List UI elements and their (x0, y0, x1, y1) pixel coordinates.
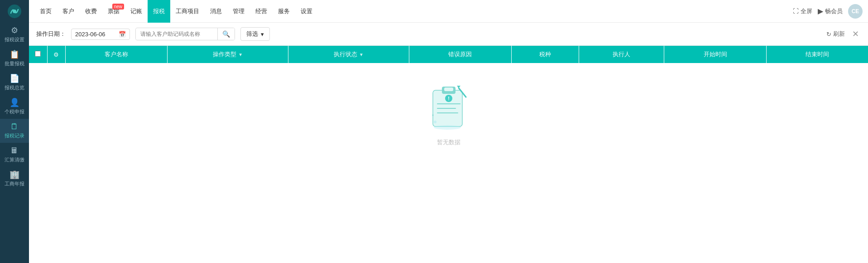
topnav-item-guanli[interactable]: 管理 (227, 0, 250, 23)
sidebar-icon-baoshuijilu: 🗒 (10, 122, 19, 131)
col-header-jieshuishijian: 结束时间 (767, 46, 868, 63)
close-button[interactable]: ✕ (850, 29, 861, 39)
col-label-caozuoleixing: 操作类型▼ (213, 51, 243, 58)
col-header-zhixingzhuangtai: 执行状态▼ (288, 46, 409, 63)
date-picker[interactable]: 📅 (71, 29, 130, 40)
toolbar: 操作日期： 📅 🔍 筛选 ▾ ↻ 刷新 (29, 23, 868, 46)
app-logo[interactable] (0, 0, 29, 23)
topnav-item-piaoju[interactable]: 票据new (102, 0, 125, 23)
sidebar-icon-piliangbaoshui: 📋 (10, 50, 19, 58)
topnav-right: ⛶ 全屏 ▶ 畅会员 CE (793, 4, 863, 19)
topnav-label-baoshui: 报税 (153, 7, 165, 15)
calendar-icon: 📅 (119, 31, 126, 38)
topnav-label-shezhi: 设置 (301, 7, 312, 15)
sidebar-label-gongshangnianbao: 工商年报 (5, 180, 24, 187)
user-initials: CE (852, 8, 859, 15)
sidebar-label-baoshuishezhi: 报税设置 (5, 36, 24, 43)
data-table: ⚙客户名称操作类型▼执行状态▼错误原因税种执行人开始时间结束时间 (29, 46, 868, 165)
topnav-item-shezhi[interactable]: 设置 (295, 0, 318, 23)
topnav-label-fuwu: 服务 (278, 7, 290, 15)
search-wrap: 🔍 (135, 28, 235, 40)
svg-point-12 (434, 121, 436, 123)
col-label-zhixingren: 执行人 (613, 51, 630, 58)
col-label-zhixingzhuangtai: 执行状态▼ (334, 51, 364, 58)
sidebar-label-geshuishenbao: 个税申报 (5, 108, 24, 115)
refresh-icon: ↻ (826, 31, 831, 38)
refresh-button[interactable]: ↻ 刷新 (826, 30, 845, 38)
settings-icon[interactable]: ⚙ (53, 51, 59, 58)
sidebar: ⚙报税设置📋批量报税📄报税总览👤个税申报🗒报税记录🖩汇算清缴🏢工商年报 (0, 0, 29, 263)
topnav-label-xiaoxi: 消息 (210, 7, 222, 15)
col-label-cuowuyuanyin: 错误原因 (448, 51, 472, 58)
svg-rect-4 (444, 88, 453, 91)
select-all-checkbox[interactable] (35, 51, 41, 57)
sidebar-item-baoshuijilu[interactable]: 🗒报税记录 (0, 119, 29, 143)
svg-point-1 (13, 10, 16, 13)
fullscreen-label: 全屏 (801, 7, 812, 15)
member-button[interactable]: ▶ 畅会员 (818, 7, 843, 15)
sidebar-icon-huisuanjiaoshu: 🖩 (10, 146, 19, 155)
search-button[interactable]: 🔍 (217, 28, 235, 40)
topnav-item-xiaoxi[interactable]: 消息 (205, 0, 227, 23)
svg-marker-11 (457, 86, 460, 88)
sidebar-item-gongshangnianbao[interactable]: 🏢工商年报 (0, 167, 29, 191)
search-input[interactable] (136, 29, 217, 39)
sidebar-icon-baoshuizonglan: 📄 (10, 74, 19, 83)
topnav-item-shouye[interactable]: 首页 (34, 0, 57, 23)
sidebar-icon-baoshuishezhi: ⚙ (11, 26, 18, 34)
topnav-label-shouye: 首页 (40, 7, 52, 15)
sidebar-item-baoshuizonglan[interactable]: 📄报税总览 (0, 71, 29, 95)
main-area: 首页客户收费票据new记账报税工商项目消息管理经营服务设置 ⛶ 全屏 ▶ 畅会员… (29, 0, 868, 263)
sidebar-item-geshuishenbao[interactable]: 👤个税申报 (0, 95, 29, 119)
empty-state-row: ! (29, 63, 868, 165)
topnav-item-fuwu[interactable]: 服务 (273, 0, 295, 23)
user-avatar[interactable]: CE (848, 4, 863, 19)
filter-chevron-icon: ▾ (261, 31, 264, 38)
topnav-item-gongshangxiangmu[interactable]: 工商项目 (170, 0, 205, 23)
sidebar-item-baoshuishezhi[interactable]: ⚙报税设置 (0, 23, 29, 47)
sidebar-item-piliangbaoshui[interactable]: 📋批量报税 (0, 47, 29, 71)
col-header-checkbox (29, 46, 47, 63)
topnav-item-baoshui[interactable]: 报税 (148, 0, 170, 23)
topnav-label-jizhang: 记账 (130, 7, 142, 15)
topnav-label-shouyi: 收费 (85, 7, 97, 15)
sidebar-icon-geshuishenbao: 👤 (10, 98, 19, 107)
empty-state: ! (29, 63, 868, 165)
col-header-cuowuyuanyin: 错误原因 (409, 46, 511, 63)
filter-icon-zhixingzhuangtai: ▼ (359, 52, 364, 57)
col-label-shuizhong: 税种 (539, 51, 551, 58)
table-wrap: ⚙客户名称操作类型▼执行状态▼错误原因税种执行人开始时间结束时间 (29, 46, 868, 263)
date-label: 操作日期： (36, 30, 66, 38)
sidebar-label-baoshuijilu: 报税记录 (5, 132, 24, 139)
svg-point-13 (432, 114, 434, 116)
svg-point-14 (434, 125, 461, 130)
filter-icon-caozuoleixing: ▼ (238, 52, 243, 57)
date-input[interactable] (75, 31, 116, 38)
svg-text:!: ! (448, 96, 450, 101)
topnav-label-guanli: 管理 (233, 7, 245, 15)
member-label: 畅会员 (825, 7, 843, 15)
topnav-item-shouyi[interactable]: 收费 (80, 0, 102, 23)
topnav-item-jizhang[interactable]: 记账 (125, 0, 148, 23)
search-icon: 🔍 (222, 30, 230, 38)
col-header-kaishishijian: 开始时间 (664, 46, 767, 63)
col-header-shuizhong: 税种 (511, 46, 579, 63)
topnav-label-kehu: 客户 (62, 7, 74, 15)
col-label-kaishishijian: 开始时间 (704, 51, 727, 58)
sidebar-label-baoshuizonglan: 报税总览 (5, 84, 24, 91)
fullscreen-icon: ⛶ (793, 8, 799, 15)
empty-text: 暂无数据 (437, 138, 460, 146)
topnav-item-jingying[interactable]: 经营 (250, 0, 273, 23)
col-label-jieshuishijian: 结束时间 (806, 51, 829, 58)
sidebar-item-huisuanjiaoshu[interactable]: 🖩汇算清缴 (0, 143, 29, 167)
member-icon: ▶ (818, 7, 823, 15)
close-icon: ✕ (852, 29, 859, 39)
col-header-kehumingcheng: 客户名称 (65, 46, 168, 63)
fullscreen-button[interactable]: ⛶ 全屏 (793, 7, 812, 15)
col-header-caozuoleixing: 操作类型▼ (168, 46, 288, 63)
filter-button[interactable]: 筛选 ▾ (240, 27, 270, 41)
refresh-label: 刷新 (833, 30, 845, 38)
topnav-item-kehu[interactable]: 客户 (57, 0, 80, 23)
sidebar-label-huisuanjiaoshu: 汇算清缴 (5, 156, 24, 163)
topnav-label-gongshangxiangmu: 工商项目 (176, 7, 199, 15)
